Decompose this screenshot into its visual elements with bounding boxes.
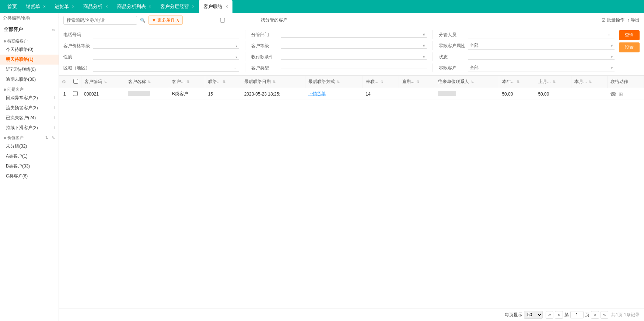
sidebar-item-today[interactable]: 今天待联络(0) xyxy=(0,45,59,55)
sidebar-item-class-c[interactable]: C类客户(6) xyxy=(0,171,59,181)
sort-icon: ⇅ xyxy=(380,80,383,84)
dots-icon[interactable]: ··· xyxy=(606,32,613,37)
filter-btn-label: 更多条件 xyxy=(157,17,175,23)
search-input[interactable] xyxy=(63,16,137,25)
batch-operation-button[interactable]: ☑ 批量操作 xyxy=(602,17,624,23)
sort-icon: ⇅ xyxy=(471,80,474,84)
page-size-select[interactable]: 50 10 20 100 xyxy=(524,311,543,319)
sidebar-item-tomorrow[interactable]: 明天待联络(1) xyxy=(0,55,59,65)
nav-home[interactable]: 首页 xyxy=(3,0,21,13)
content-area: 🔍 ▼ 更多条件 ∧ 我分管的客户 ☑ 批量操作 ↑ 导出 xyxy=(59,13,644,321)
page-unit-label: 页 xyxy=(585,312,589,318)
th-contact-count: 联络... ⇅ xyxy=(205,76,241,88)
query-button[interactable]: 查询 xyxy=(619,30,640,40)
region-label: 区域（地区） xyxy=(63,65,93,71)
refresh-icon[interactable]: ↻ xyxy=(45,135,49,140)
sidebar-item-7days[interactable]: 近7天待联络(0) xyxy=(0,65,59,75)
close-icon[interactable]: × xyxy=(192,4,195,9)
reset-button[interactable]: 设置 xyxy=(619,42,640,52)
customer-level-label: 客户等级 xyxy=(251,43,281,49)
scatter-customer-select[interactable]: 全部 ∨ xyxy=(468,64,615,72)
filter-panel: 电话号码 分管部门 ∨ 分管人员 xyxy=(59,27,644,76)
nature-select[interactable]: ∨ xyxy=(93,54,239,60)
close-icon[interactable]: × xyxy=(72,4,75,9)
nature-label: 性质 xyxy=(63,54,93,60)
price-level-select[interactable]: ∨ xyxy=(93,43,239,49)
first-page-button[interactable]: « xyxy=(546,311,553,319)
th-code: 客户编码 ⇅ xyxy=(81,76,125,88)
close-icon[interactable]: × xyxy=(43,4,46,9)
close-icon[interactable]: × xyxy=(148,4,151,9)
td-name xyxy=(125,88,169,100)
prev-page-button[interactable]: < xyxy=(555,311,563,319)
sidebar-item-declining[interactable]: 持续下滑客户(2) ℹ xyxy=(0,123,59,133)
row-checkbox[interactable] xyxy=(73,91,78,96)
nav-product-analysis-list[interactable]: 商品分析列表 × xyxy=(113,0,156,13)
dots-icon[interactable]: ··· xyxy=(231,65,238,70)
td-contact-count: 15 xyxy=(205,88,241,100)
sort-icon: ⇅ xyxy=(416,80,419,84)
price-level-label: 客户价格等级 xyxy=(63,43,93,49)
sidebar-item-overdue[interactable]: 逾期未联络(30) xyxy=(0,75,59,84)
status-label: 状态 xyxy=(439,54,468,60)
contact-blur xyxy=(438,91,456,96)
sidebar-item-repurchase[interactable]: 回购异常客户(2) ℹ xyxy=(0,93,59,103)
next-page-button[interactable]: > xyxy=(591,311,599,319)
page-input[interactable] xyxy=(570,311,584,318)
scatter-attr-select[interactable]: 全部 ∨ xyxy=(468,42,615,50)
sidebar-item-class-a[interactable]: A类客户(1) xyxy=(0,151,59,161)
filter-phone: 电话号码 xyxy=(63,31,239,38)
th-last-contact-date: 最后联络日期 ⇅ xyxy=(241,76,305,88)
nav-customer-contact[interactable]: 客户联络 × xyxy=(199,0,232,13)
th-action: 联络动作 xyxy=(607,76,644,88)
last-page-button[interactable]: » xyxy=(601,311,608,319)
person-select[interactable]: ··· xyxy=(468,31,615,38)
close-icon[interactable]: × xyxy=(225,4,228,9)
sidebar-item-churn-warning[interactable]: 流失预警客户(3) ℹ xyxy=(0,103,59,113)
sidebar-all-customers[interactable]: 全部客户 « xyxy=(0,23,59,36)
filter-nature: 性质 ∨ xyxy=(63,54,239,60)
name-blur xyxy=(128,91,150,96)
edit-icon[interactable]: ✎ xyxy=(52,135,55,140)
more-filter-button[interactable]: ▼ 更多条件 ∧ xyxy=(148,15,183,25)
nav-customer-stratification[interactable]: 客户分层经营 × xyxy=(156,0,199,13)
contact-action-btn[interactable]: ☎ xyxy=(610,91,616,97)
payment-select[interactable]: ∨ xyxy=(281,54,427,60)
my-customers-checkbox[interactable] xyxy=(186,18,259,23)
nav-sales-order[interactable]: 销货单 × xyxy=(21,0,50,13)
sidebar-search-input[interactable] xyxy=(3,15,58,21)
status-select[interactable]: ∨ xyxy=(468,54,615,60)
department-label: 分管部门 xyxy=(251,32,281,38)
checkbox-icon: ☑ xyxy=(602,18,606,23)
sort-icon: ⇅ xyxy=(148,80,151,84)
page-size-label: 每页显示 xyxy=(505,312,522,318)
td-last-contact-date: 2023-05-23 18:25: xyxy=(241,88,305,100)
customer-type-select[interactable] xyxy=(281,67,427,69)
customer-level-select[interactable]: ∨ xyxy=(281,43,427,49)
td-checkbox xyxy=(70,88,81,100)
filter-customer-type: 客户类型 xyxy=(251,65,427,71)
phone-input[interactable] xyxy=(93,31,239,38)
sidebar-item-churned[interactable]: 已流失客户(24) ℹ xyxy=(0,113,59,123)
sidebar-item-class-b[interactable]: B类客户(33) xyxy=(0,161,59,171)
filter-status: 状态 ∨ xyxy=(439,54,615,60)
region-select[interactable]: ··· xyxy=(93,65,239,72)
my-customers-filter[interactable]: 我分管的客户 xyxy=(186,17,287,23)
more-action-btn[interactable]: ⊞ xyxy=(619,91,623,97)
last-contact-method-link[interactable]: 下销货单 xyxy=(308,91,326,96)
sidebar-collapse-icon[interactable]: « xyxy=(52,27,55,32)
sidebar-item-unclassified[interactable]: 未分组(32) xyxy=(0,141,59,151)
info-icon: ℹ xyxy=(53,115,55,120)
search-button[interactable]: 🔍 xyxy=(140,18,146,23)
export-button[interactable]: ↑ 导出 xyxy=(627,17,640,23)
th-contact-person: 往来单位联系人 ⇅ xyxy=(435,76,499,88)
select-all-checkbox[interactable] xyxy=(73,79,78,84)
nav-purchase-order[interactable]: 进货单 × xyxy=(50,0,79,13)
department-select[interactable]: ∨ xyxy=(281,32,427,38)
close-icon[interactable]: × xyxy=(105,4,108,9)
nav-product-analysis[interactable]: 商品分析 × xyxy=(79,0,112,13)
section-title-pending: 待联络客户 xyxy=(7,38,28,44)
table-area: ⚙ 客户编码 ⇅ 客户名称 ⇅ 客户... ⇅ 联络... ⇅ 最后联络日期 ⇅… xyxy=(59,76,644,308)
table-row: 1 000021 B类客户 15 2023-05-23 18:25: 下销货单 … xyxy=(59,88,644,100)
table-settings-icon[interactable]: ⚙ xyxy=(62,79,66,84)
